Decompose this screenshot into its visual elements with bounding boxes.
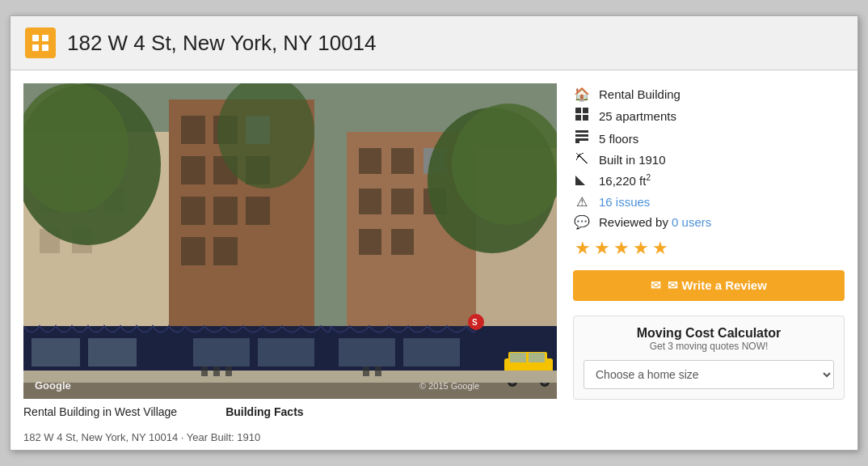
svg-rect-74 — [583, 108, 588, 113]
svg-rect-18 — [181, 156, 205, 184]
built-icon: ⛏ — [573, 152, 591, 167]
apartments-icon — [573, 107, 591, 125]
property-image: Google © 2015 Google S — [23, 83, 557, 399]
info-row-type: 🏠 Rental Building — [573, 87, 845, 102]
info-apartments: 25 apartments — [599, 109, 676, 123]
write-review-button[interactable]: ✉ ✉ Write a Review — [573, 270, 845, 301]
star-2: ★ — [594, 238, 610, 259]
svg-rect-50 — [258, 338, 314, 366]
moving-calculator: Moving Cost Calculator Get 3 moving quot… — [573, 316, 845, 400]
users-link[interactable]: 0 users — [672, 215, 711, 229]
svg-rect-49 — [193, 338, 250, 366]
star-3: ★ — [613, 238, 630, 259]
area-icon — [573, 172, 591, 189]
svg-rect-58 — [529, 353, 545, 362]
info-built: Built in 1910 — [599, 153, 666, 167]
svg-marker-81 — [575, 176, 585, 185]
home-icon: 🏠 — [573, 87, 591, 102]
svg-rect-34 — [391, 229, 414, 255]
svg-rect-79 — [575, 138, 588, 141]
review-btn-icon: ✉ — [651, 278, 661, 293]
home-size-select[interactable]: Choose a home size Studio 1 Bedroom 2 Be… — [584, 360, 834, 389]
info-row-issues: ⚠ 16 issues — [573, 194, 845, 210]
main-window: 182 W 4 St, New York, NY 10014 — [10, 15, 858, 451]
info-reviews: Reviewed by 0 users — [599, 215, 711, 229]
svg-rect-75 — [575, 115, 581, 121]
svg-rect-52 — [403, 338, 460, 366]
building-icon — [25, 28, 56, 58]
warning-icon: ⚠ — [573, 194, 591, 210]
caption-left: Rental Building in West Village — [23, 405, 177, 418]
image-caption: Rental Building in West Village Building… — [23, 405, 557, 418]
svg-rect-31 — [391, 189, 414, 214]
svg-rect-47 — [32, 338, 80, 366]
svg-rect-3 — [42, 44, 48, 51]
svg-rect-0 — [32, 35, 39, 41]
svg-rect-64 — [201, 366, 208, 376]
svg-rect-51 — [339, 338, 395, 366]
star-1: ★ — [575, 238, 591, 259]
info-issues: 16 issues — [599, 195, 650, 209]
svg-rect-66 — [225, 366, 232, 376]
image-section: Google © 2015 Google S Rental Building i… — [23, 83, 557, 418]
svg-rect-21 — [181, 197, 205, 225]
svg-rect-24 — [181, 237, 205, 265]
bottom-text: 182 W 4 St, New York, NY 10014 · Year Bu… — [23, 431, 260, 443]
review-btn-label: ✉ Write a Review — [668, 278, 767, 293]
info-row-floors: 5 floors — [573, 129, 845, 147]
info-row-apartments: 25 apartments — [573, 107, 845, 125]
star-5: ★ — [652, 238, 668, 259]
info-sqft: 16,220 ft2 — [599, 173, 651, 188]
svg-text:S: S — [472, 318, 478, 327]
calculator-title: Moving Cost Calculator — [584, 326, 834, 341]
svg-rect-67 — [363, 366, 369, 376]
svg-rect-80 — [575, 141, 579, 143]
info-row-reviews: 💬 Reviewed by 0 users — [573, 214, 845, 230]
svg-rect-15 — [181, 116, 205, 144]
header: 182 W 4 St, New York, NY 10014 — [11, 16, 857, 70]
stars-row: ★ ★ ★ ★ ★ — [575, 238, 845, 259]
svg-text:© 2015 Google: © 2015 Google — [419, 381, 479, 391]
svg-rect-2 — [32, 44, 39, 51]
info-row-built: ⛏ Built in 1910 — [573, 152, 845, 167]
svg-rect-48 — [88, 338, 137, 366]
info-floors: 5 floors — [599, 132, 638, 146]
svg-rect-33 — [359, 229, 381, 255]
floors-icon — [573, 129, 591, 147]
svg-rect-76 — [583, 115, 588, 121]
svg-rect-73 — [575, 108, 581, 113]
info-type: Rental Building — [599, 87, 680, 101]
grid-icon — [31, 33, 50, 53]
star-4: ★ — [633, 238, 649, 259]
calculator-subtitle: Get 3 moving quotes NOW! — [584, 341, 834, 352]
svg-rect-28 — [391, 148, 414, 174]
svg-rect-30 — [359, 189, 381, 214]
info-panel: 🏠 Rental Building 25 apartments — [573, 83, 845, 418]
svg-rect-27 — [359, 148, 381, 174]
bottom-section: 182 W 4 St, New York, NY 10014 · Year Bu… — [11, 431, 857, 450]
main-content: Google © 2015 Google S Rental Building i… — [11, 70, 857, 431]
svg-rect-1 — [42, 35, 48, 41]
review-icon: 💬 — [573, 214, 591, 230]
svg-rect-78 — [575, 134, 588, 137]
svg-rect-22 — [213, 197, 238, 225]
svg-rect-65 — [213, 366, 220, 376]
svg-rect-77 — [575, 130, 588, 133]
page-title: 182 W 4 St, New York, NY 10014 — [67, 31, 377, 56]
svg-text:Google: Google — [35, 379, 71, 392]
svg-rect-25 — [213, 237, 238, 265]
issues-link[interactable]: 16 issues — [599, 195, 650, 209]
caption-right: Building Facts — [225, 405, 303, 418]
svg-rect-23 — [246, 197, 270, 225]
svg-rect-68 — [375, 366, 381, 376]
svg-rect-57 — [510, 353, 526, 362]
info-row-sqft: 16,220 ft2 — [573, 172, 845, 189]
street-scene-svg: Google © 2015 Google S — [23, 83, 557, 399]
